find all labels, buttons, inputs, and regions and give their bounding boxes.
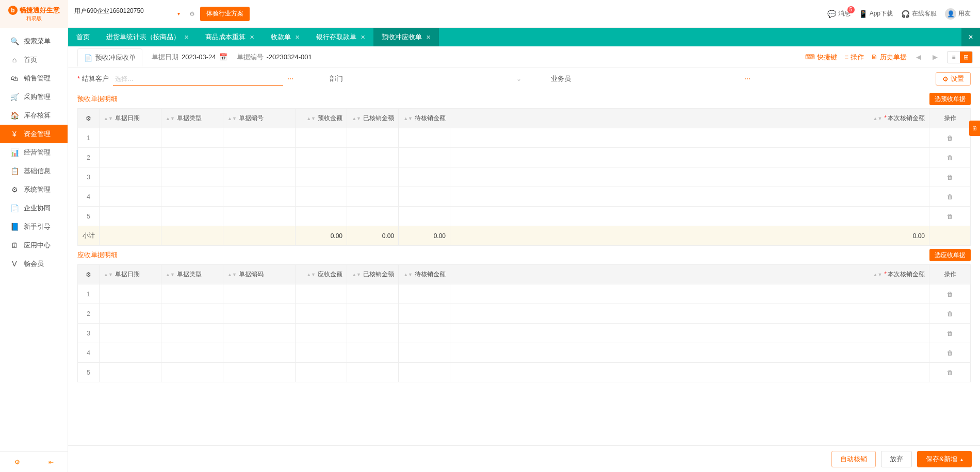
delete-icon[interactable]: 🗑 bbox=[947, 291, 953, 298]
col-this-header[interactable]: ▲▼本次核销金额 bbox=[450, 109, 929, 128]
form-settings-button[interactable]: ⚙设置 bbox=[936, 72, 971, 86]
tab-2[interactable]: 商品成本重算✕ bbox=[197, 28, 263, 46]
sidebar-icon: ⚙ bbox=[10, 186, 19, 194]
sidebar-settings-icon[interactable]: ⚙ bbox=[14, 459, 20, 466]
close-icon[interactable]: ✕ bbox=[361, 34, 365, 41]
doc-date-value[interactable]: 2023-03-24 bbox=[182, 53, 216, 61]
customer-service-link[interactable]: 🎧 在线客服 bbox=[901, 9, 937, 18]
close-icon[interactable]: ✕ bbox=[426, 34, 431, 41]
discard-button[interactable]: 放弃 bbox=[881, 451, 912, 467]
sales-input[interactable] bbox=[575, 72, 740, 86]
sidebar-item-6[interactable]: 📊经营管理 bbox=[0, 143, 68, 162]
select-receivable-doc-button[interactable]: 选应收单据 bbox=[929, 249, 971, 261]
col-code-header[interactable]: ▲▼单据编号 bbox=[223, 109, 296, 128]
select-prepay-doc-button[interactable]: 选预收单据 bbox=[929, 93, 971, 105]
table-row[interactable]: 3 🗑 bbox=[78, 324, 971, 343]
history-link[interactable]: 🗎历史单据 bbox=[871, 53, 907, 62]
table-row[interactable]: 4 🗑 bbox=[78, 187, 971, 207]
chevron-down-icon[interactable]: ▾ bbox=[177, 11, 180, 16]
col-date-header[interactable]: ▲▼单据日期 bbox=[100, 109, 161, 128]
operate-link[interactable]: ≡操作 bbox=[844, 53, 864, 62]
delete-icon[interactable]: 🗑 bbox=[947, 193, 953, 200]
delete-icon[interactable]: 🗑 bbox=[947, 310, 953, 317]
doc-icon: 📄 bbox=[84, 54, 92, 62]
table-row[interactable]: 2 🗑 bbox=[78, 148, 971, 167]
sidebar-item-7[interactable]: 📋基础信息 bbox=[0, 162, 68, 180]
col-pending-header[interactable]: ▲▼待核销金额 bbox=[399, 109, 450, 128]
customer-more-icon[interactable]: ⋯ bbox=[287, 75, 293, 82]
try-industry-button[interactable]: 体验行业方案 bbox=[200, 7, 250, 21]
sidebar-item-3[interactable]: 🛒采购管理 bbox=[0, 88, 68, 106]
sidebar-item-9[interactable]: 📄企业协同 bbox=[0, 199, 68, 217]
save-add-button[interactable]: 保存&新增▴ bbox=[917, 451, 972, 467]
tab-3[interactable]: 收款单✕ bbox=[263, 28, 308, 46]
col-this-header-2[interactable]: ▲▼本次核销金额 bbox=[450, 265, 929, 284]
gear-icon[interactable]: ⚙ bbox=[189, 10, 195, 18]
col-type-header-2[interactable]: ▲▼单据类型 bbox=[161, 265, 223, 284]
table-row[interactable]: 5 🗑 bbox=[78, 363, 971, 382]
sidebar-item-5[interactable]: ¥资金管理 bbox=[0, 125, 68, 143]
col-written-header[interactable]: ▲▼已核销金额 bbox=[347, 109, 399, 128]
auto-writeoff-button[interactable]: 自动核销 bbox=[831, 451, 876, 467]
table-row[interactable]: 5 🗑 bbox=[78, 207, 971, 226]
col-code-header-2[interactable]: ▲▼单据编码 bbox=[223, 265, 296, 284]
sidebar-item-0[interactable]: 🔍搜索菜单 bbox=[0, 32, 68, 50]
sidebar-item-10[interactable]: 📘新手引导 bbox=[0, 217, 68, 236]
messages-link[interactable]: 💬 消息 5 bbox=[827, 9, 851, 18]
float-side-tab[interactable]: 🗎 bbox=[969, 121, 980, 136]
close-icon[interactable]: ✕ bbox=[184, 34, 189, 41]
delete-icon[interactable]: 🗑 bbox=[947, 174, 953, 181]
shortcut-link[interactable]: ⌨快捷键 bbox=[805, 53, 837, 62]
tabs-close-all[interactable]: ✕ bbox=[961, 28, 980, 46]
customer-input[interactable] bbox=[113, 72, 283, 86]
col-pending-header-2[interactable]: ▲▼待核销金额 bbox=[399, 265, 450, 284]
dept-chevron-icon[interactable]: ⌄ bbox=[516, 75, 521, 82]
view-list-toggle[interactable]: ≡ bbox=[948, 52, 960, 63]
delete-icon[interactable]: 🗑 bbox=[947, 134, 953, 142]
sidebar-item-12[interactable]: V畅会员 bbox=[0, 255, 68, 273]
row-index: 2 bbox=[78, 304, 100, 324]
table-row[interactable]: 2 🗑 bbox=[78, 304, 971, 324]
col-config-header-2[interactable]: ⚙ bbox=[78, 265, 100, 284]
table-row[interactable]: 4 🗑 bbox=[78, 343, 971, 363]
col-recv-header[interactable]: ▲▼应收金额 bbox=[296, 265, 347, 284]
avatar-icon: 👤 bbox=[945, 8, 956, 20]
dept-input[interactable] bbox=[347, 72, 512, 86]
table-row[interactable]: 1 🗑 bbox=[78, 284, 971, 304]
col-type-header[interactable]: ▲▼单据类型 bbox=[161, 109, 223, 128]
tab-0[interactable]: 首页 bbox=[68, 28, 98, 46]
tab-5[interactable]: 预收冲应收单✕ bbox=[373, 28, 439, 46]
sidebar-item-2[interactable]: 🛍销售管理 bbox=[0, 69, 68, 88]
col-date-header-2[interactable]: ▲▼单据日期 bbox=[100, 265, 161, 284]
next-doc-button[interactable]: ▶ bbox=[930, 52, 940, 62]
close-icon[interactable]: ✕ bbox=[250, 34, 254, 41]
delete-icon[interactable]: 🗑 bbox=[947, 154, 953, 161]
table-row[interactable]: 1 🗑 bbox=[78, 128, 971, 148]
company-select[interactable]: 用户690企业1660120750 bbox=[74, 7, 172, 21]
sales-more-icon[interactable]: ⋯ bbox=[744, 75, 750, 82]
subtotal-this: 0.00 bbox=[450, 226, 929, 246]
calendar-icon[interactable]: 📅 bbox=[219, 53, 227, 61]
col-written-header-2[interactable]: ▲▼已核销金额 bbox=[347, 265, 399, 284]
sidebar-item-11[interactable]: 🗓应用中心 bbox=[0, 236, 68, 255]
view-grid-toggle[interactable]: ⊞ bbox=[960, 52, 972, 63]
delete-icon[interactable]: 🗑 bbox=[947, 369, 953, 376]
table-row[interactable]: 3 🗑 bbox=[78, 167, 971, 187]
delete-icon[interactable]: 🗑 bbox=[947, 213, 953, 220]
sidebar-collapse-icon[interactable]: ⇤ bbox=[48, 459, 54, 466]
gear-icon: ⚙ bbox=[942, 75, 949, 83]
delete-icon[interactable]: 🗑 bbox=[947, 330, 953, 337]
col-config-header[interactable]: ⚙ bbox=[78, 109, 100, 128]
sidebar-item-1[interactable]: ⌂首页 bbox=[0, 50, 68, 69]
user-menu[interactable]: 👤 用友 bbox=[945, 8, 971, 20]
sidebar-item-8[interactable]: ⚙系统管理 bbox=[0, 180, 68, 199]
delete-icon[interactable]: 🗑 bbox=[947, 349, 953, 357]
close-icon[interactable]: ✕ bbox=[295, 34, 300, 41]
prev-doc-button[interactable]: ◀ bbox=[914, 52, 923, 62]
tab-4[interactable]: 银行存取款单✕ bbox=[308, 28, 373, 46]
tab-1[interactable]: 进货单统计表（按商品）✕ bbox=[98, 28, 197, 46]
app-download-link[interactable]: 📱 App下载 bbox=[859, 9, 893, 18]
col-prepay-header[interactable]: ▲▼预收金额 bbox=[296, 109, 347, 128]
messages-badge: 5 bbox=[847, 6, 855, 13]
sidebar-item-4[interactable]: 🏠库存核算 bbox=[0, 106, 68, 125]
